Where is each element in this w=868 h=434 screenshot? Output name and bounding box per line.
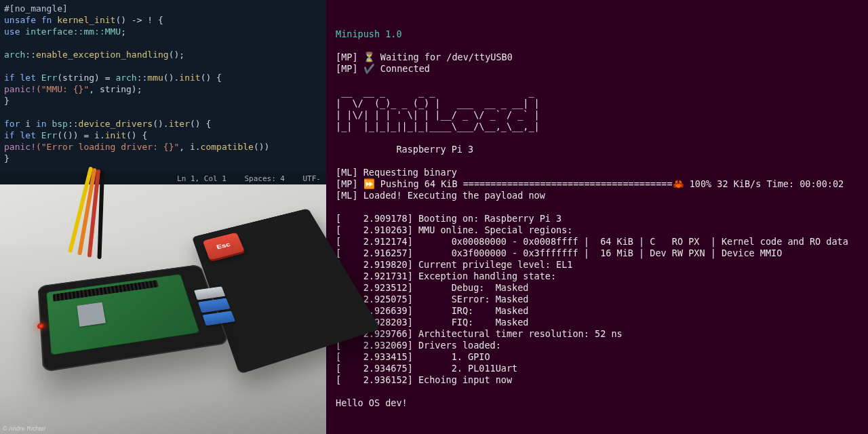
ascii-logo-line: __ __ _ _ _ _ <box>336 86 540 97</box>
raspberry-pi-board <box>46 274 200 355</box>
serial-cables <box>88 171 170 239</box>
ascii-logo-line: |_| |_|_|_||_|_|____\___/\__,_\__,_| <box>336 121 540 132</box>
mp-tag: [MP] <box>336 52 363 62</box>
esc-key: Esc <box>203 233 245 260</box>
photo-watermark: © Andre Richter <box>3 425 46 432</box>
panic-macro-2: panic! <box>4 142 36 152</box>
hardware-photo: Esc © Andre Richter <box>0 184 326 434</box>
panic-macro-1: panic! <box>4 84 36 94</box>
terminal[interactable]: Minipush 1.0 [MP] ⏳ Waiting for /dev/tty… <box>326 0 868 434</box>
wait-text: Waiting for /dev/ttyUSB0 <box>375 52 513 62</box>
progress-bar: ====================================== <box>463 178 673 189</box>
ml-request: [ML] Requesting binary <box>336 167 457 178</box>
status-ln: Ln 1, Col 1 <box>177 174 226 183</box>
code-attr: #[no_mangle] <box>4 3 68 14</box>
fn-name: kernel_init <box>57 15 115 25</box>
minipush-title: Minipush 1.0 <box>336 28 402 39</box>
soc-chip <box>77 302 105 327</box>
gpio-header <box>53 280 159 302</box>
code-editor[interactable]: #[no_mangle] unsafe fn kernel_init() -> … <box>0 0 326 184</box>
status-spaces: Spaces: 4 <box>244 174 285 183</box>
status-enc: UTF- <box>303 174 321 183</box>
board-subtitle: Raspberry Pi 3 <box>336 144 473 155</box>
power-led <box>37 323 45 330</box>
mp-tag: [MP] <box>336 178 363 189</box>
boot-log: [ 2.909178] Booting on: Raspberry Pi 3 [… <box>336 213 848 385</box>
hourglass-icon: ⏳ <box>363 52 375 62</box>
progress-tail: 100% 32 KiB/s Time: 00:00:02 <box>684 178 844 189</box>
hello-line: Hello OS dev! <box>336 397 408 408</box>
push-label: Pushing 64 KiB <box>375 178 463 189</box>
ascii-logo-line: | \/ (_)_ _ (_) | ___ __ _ __| | <box>336 98 540 108</box>
left-panel: #[no_mangle] unsafe fn kernel_init() -> … <box>0 0 326 434</box>
connected-text: Connected <box>375 63 430 74</box>
fastforward-icon: ⏩ <box>363 178 375 189</box>
crab-icon: 🦀 <box>673 178 684 189</box>
ml-loaded: [ML] Loaded! Executing the payload now <box>336 190 545 201</box>
check-icon: ✔️ <box>363 63 375 74</box>
mp-tag: [MP] <box>336 63 363 74</box>
ascii-logo-line: | |\/| | | ' \| | |__/ _ \/ _` / _` | <box>336 109 540 120</box>
